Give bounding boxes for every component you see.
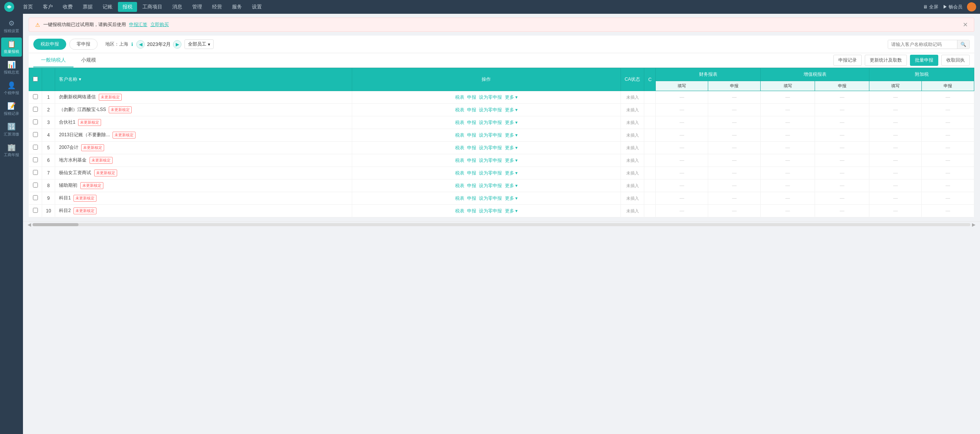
op-taxform-8[interactable]: 税表 [455, 196, 464, 201]
select-all-checkbox[interactable] [33, 77, 38, 82]
batch-report-btn[interactable]: 批量申报 [910, 55, 938, 66]
user-avatar[interactable] [967, 2, 976, 11]
nav-management[interactable]: 管理 [188, 2, 207, 12]
op-setzero-1[interactable]: 设为零申报 [479, 107, 502, 113]
date-next-btn[interactable]: ▶ [173, 40, 181, 49]
op-submit-1[interactable]: 申报 [467, 107, 476, 113]
op-taxform-5[interactable]: 税表 [455, 158, 464, 163]
nav-home[interactable]: 首页 [18, 2, 38, 12]
op-more-4[interactable]: 更多 ▾ [505, 145, 518, 150]
col-5-2: — [761, 154, 815, 167]
row-checkbox-9[interactable] [33, 208, 38, 213]
op-setzero-6[interactable]: 设为零申报 [479, 170, 502, 176]
nav-business[interactable]: 工商项目 [138, 2, 167, 12]
tab-lingshen[interactable]: 零申报 [69, 39, 98, 50]
op-setzero-5[interactable]: 设为零申报 [479, 158, 502, 163]
nav-service[interactable]: 服务 [227, 2, 247, 12]
nav-message[interactable]: 消息 [168, 2, 187, 12]
nav-tax[interactable]: 报税 [118, 2, 137, 12]
subtab-xiaoguimo[interactable]: 小规模 [74, 54, 104, 67]
scroll-track[interactable] [33, 223, 970, 226]
horizontal-scrollbar[interactable]: ◀ ▶ [23, 221, 980, 227]
scroll-right-arrow[interactable]: ▶ [972, 222, 975, 227]
row-checkbox-7[interactable] [33, 183, 38, 188]
op-submit-5[interactable]: 申报 [467, 158, 476, 163]
notice-link-report[interactable]: 申报汇签 [129, 21, 147, 28]
sidebar-item-baoshuishezhi[interactable]: ⚙ 报税设置 [1, 17, 22, 36]
op-more-6[interactable]: 更多 ▾ [505, 170, 518, 176]
op-more-9[interactable]: 更多 ▾ [505, 208, 518, 214]
nav-operations[interactable]: 经营 [207, 2, 227, 12]
op-taxform-2[interactable]: 税表 [455, 120, 464, 125]
op-taxform-7[interactable]: 税表 [455, 183, 464, 188]
op-taxform-3[interactable]: 税表 [455, 132, 464, 138]
op-setzero-8[interactable]: 设为零申报 [479, 196, 502, 201]
op-setzero-0[interactable]: 设为零申报 [479, 95, 502, 100]
op-more-2[interactable]: 更多 ▾ [505, 120, 518, 125]
op-setzero-2[interactable]: 设为零申报 [479, 120, 502, 125]
tab-shuikuaishenb[interactable]: 税款申报 [33, 39, 66, 50]
retrieve-receipt-btn[interactable]: 收取回执 [941, 55, 970, 66]
op-more-5[interactable]: 更多 ▾ [505, 158, 518, 163]
sidebar-item-geshuishenba[interactable]: 👤 个税申报 [1, 79, 22, 98]
sidebar-item-jisuanqingsa[interactable]: 🔢 汇算清缴 [1, 120, 22, 139]
row-checkbox-5[interactable] [33, 157, 38, 162]
row-no-3: 4 [42, 129, 55, 142]
op-more-0[interactable]: 更多 ▾ [505, 95, 518, 100]
report-record-btn[interactable]: 申报记录 [833, 55, 862, 66]
op-submit-2[interactable]: 申报 [467, 120, 476, 125]
op-setzero-9[interactable]: 设为零申报 [479, 208, 502, 214]
row-checkbox-4[interactable] [33, 145, 38, 150]
op-taxform-1[interactable]: 税表 [455, 107, 464, 113]
sidebar-item-gongshangnianbao[interactable]: 🏢 工商年报 [1, 141, 22, 160]
nav-invoice[interactable]: 票据 [78, 2, 97, 12]
fullscreen-btn[interactable]: 🖥 全屏 [923, 4, 938, 10]
row-checkbox-2[interactable] [33, 119, 38, 124]
search-input[interactable] [888, 40, 957, 49]
op-taxform-6[interactable]: 税表 [455, 170, 464, 176]
notice-link-buy[interactable]: 立即购买 [150, 21, 169, 28]
nav-customer[interactable]: 客户 [38, 2, 57, 12]
op-submit-9[interactable]: 申报 [467, 208, 476, 214]
col-6-4: — [869, 167, 922, 179]
op-setzero-4[interactable]: 设为零申报 [479, 145, 502, 150]
op-submit-0[interactable]: 申报 [467, 95, 476, 100]
sidebar-item-baoshuijilu[interactable]: 📝 报税记录 [1, 100, 22, 119]
op-setzero-7[interactable]: 设为零申报 [479, 183, 502, 188]
op-setzero-3[interactable]: 设为零申报 [479, 132, 502, 138]
op-taxform-0[interactable]: 税表 [455, 95, 464, 100]
row-checkbox-6[interactable] [33, 170, 38, 175]
op-submit-6[interactable]: 申报 [467, 170, 476, 176]
update-stats-btn[interactable]: 更新统计及取数 [865, 55, 907, 66]
op-more-1[interactable]: 更多 ▾ [505, 107, 518, 113]
subtab-yibannashuiren[interactable]: 一般纳税人 [33, 54, 74, 67]
scroll-left-arrow[interactable]: ◀ [28, 222, 31, 227]
staff-select[interactable]: 全部员工 ▾ [185, 39, 214, 49]
op-more-8[interactable]: 更多 ▾ [505, 196, 518, 201]
row-checkbox-0[interactable] [33, 94, 38, 99]
notice-close-btn[interactable]: ✕ [963, 21, 968, 28]
op-submit-4[interactable]: 申报 [467, 145, 476, 150]
sidebar-item-piliangshuibao[interactable]: 📋 批量报税 [1, 38, 22, 57]
row-checkbox-8[interactable] [33, 195, 38, 200]
status-badge-3: 未更新核定 [113, 132, 136, 139]
op-submit-7[interactable]: 申报 [467, 183, 476, 188]
row-checkbox-1[interactable] [33, 107, 38, 112]
nav-settings[interactable]: 设置 [247, 2, 266, 12]
op-taxform-9[interactable]: 税表 [455, 208, 464, 214]
op-taxform-4[interactable]: 税表 [455, 145, 464, 150]
op-submit-3[interactable]: 申报 [467, 132, 476, 138]
date-prev-btn[interactable]: ◀ [136, 40, 145, 49]
search-btn[interactable]: 🔍 [957, 40, 969, 49]
member-btn[interactable]: ▶ 畅会员 [943, 4, 962, 10]
ca-status-8: 未插入 [621, 192, 644, 205]
nav-fee[interactable]: 收费 [58, 2, 77, 12]
row-checkbox-3[interactable] [33, 132, 38, 137]
op-submit-8[interactable]: 申报 [467, 196, 476, 201]
scroll-thumb[interactable] [33, 223, 78, 226]
op-more-7[interactable]: 更多 ▾ [505, 183, 518, 188]
logo[interactable] [4, 2, 15, 12]
nav-bookkeeping[interactable]: 记账 [98, 2, 117, 12]
op-more-3[interactable]: 更多 ▾ [505, 132, 518, 138]
sidebar-item-baoshuizonglan[interactable]: 📊 报税总览 [1, 58, 22, 77]
